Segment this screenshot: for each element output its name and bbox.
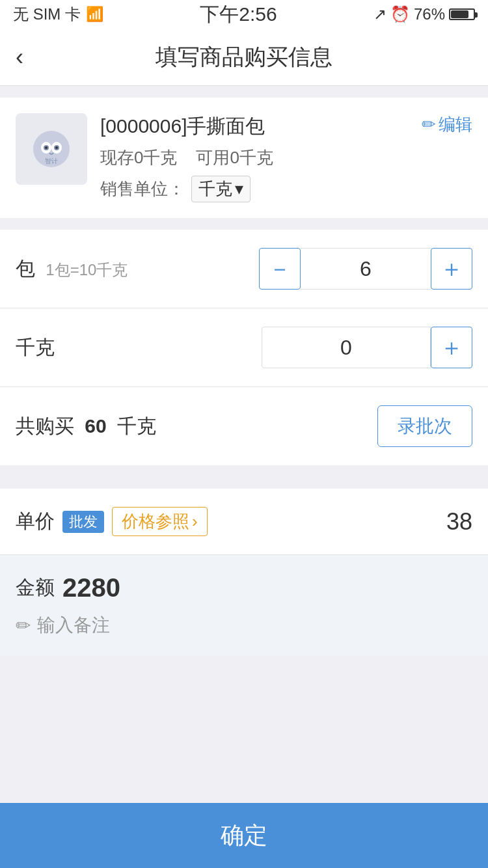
kg-controls: ＋ <box>262 327 472 368</box>
back-button[interactable]: ‹ <box>16 44 23 71</box>
bao-hint: 1包=10千克 <box>46 261 128 278</box>
total-text: 共购买 60 千克 <box>16 413 156 440</box>
product-stock: 现存0千克 可用0千克 <box>100 146 472 169</box>
svg-text:智计: 智计 <box>45 157 58 165</box>
alarm-icon: ⏰ <box>390 5 410 23</box>
product-unit: 销售单位： 千克 ▾ <box>100 176 472 202</box>
divider-1 <box>0 218 488 230</box>
price-ref-arrow-icon: › <box>192 511 198 532</box>
remark-placeholder[interactable]: 输入备注 <box>37 613 110 638</box>
confirm-text: 确定 <box>221 820 267 852</box>
location-icon: ↗ <box>373 5 386 23</box>
battery-icon <box>449 8 475 20</box>
bao-plus-button[interactable]: ＋ <box>431 248 472 290</box>
page-title: 填写商品购买信息 <box>156 42 332 72</box>
status-bar: 无 SIM 卡 📶 下午2:56 ↗ ⏰ 76% <box>0 0 488 29</box>
status-left: 无 SIM 卡 📶 <box>13 4 103 25</box>
kg-quantity-row: 千克 ＋ <box>0 308 488 387</box>
bao-input[interactable] <box>301 248 431 290</box>
total-amount: 60 <box>85 415 106 437</box>
unit-chevron-icon: ▾ <box>235 179 243 199</box>
amount-value: 2280 <box>62 573 120 603</box>
divider-2 <box>0 465 488 477</box>
nav-bar: ‹ 填写商品购买信息 <box>0 29 488 86</box>
bao-controls: － ＋ <box>259 248 472 290</box>
kg-plus-button[interactable]: ＋ <box>431 327 472 368</box>
product-card: 智计 [0000006]手撕面包 现存0千克 可用0千克 销售单位： 千克 ▾ … <box>0 98 488 218</box>
total-row: 共购买 60 千克 录批次 <box>0 387 488 465</box>
clock: 下午2:56 <box>200 1 277 28</box>
stock-current-value: 0千克 <box>134 148 177 167</box>
price-row: 单价 批发 价格参照 › 38 <box>16 507 472 536</box>
price-label: 单价 <box>16 508 55 535</box>
carrier-text: 无 SIM 卡 <box>13 4 81 25</box>
kg-label: 千克 <box>16 334 262 361</box>
blank-area <box>0 656 488 825</box>
amount-row: 金额 2280 <box>16 573 472 603</box>
status-right: ↗ ⏰ 76% <box>373 5 475 23</box>
stock-current-label: 现存 <box>100 148 134 167</box>
stock-available-value: 0千克 <box>230 148 273 167</box>
edit-button[interactable]: ✏ 编辑 <box>422 113 472 136</box>
price-ref-button[interactable]: 价格参照 › <box>112 507 208 536</box>
kg-input[interactable] <box>262 327 431 368</box>
bao-label: 包 1包=10千克 <box>16 256 259 282</box>
quantity-section: 包 1包=10千克 － ＋ 千克 ＋ <box>0 230 488 387</box>
product-name: [0000006]手撕面包 <box>100 113 472 140</box>
amount-section: 金额 2280 ✏ 输入备注 <box>0 554 488 656</box>
bao-minus-button[interactable]: － <box>259 248 301 290</box>
stock-available-label: 可用 <box>196 148 230 167</box>
amount-label: 金额 <box>16 575 55 601</box>
edit-icon: ✏ <box>422 115 436 135</box>
bao-quantity-row: 包 1包=10千克 － ＋ <box>0 230 488 308</box>
batch-tag: 批发 <box>62 511 104 533</box>
wifi-icon: 📶 <box>86 6 103 23</box>
battery-pct: 76% <box>414 5 445 23</box>
price-left: 单价 批发 价格参照 › <box>16 507 208 536</box>
product-logo-icon: 智计 <box>32 129 71 169</box>
unit-select[interactable]: 千克 ▾ <box>191 176 251 202</box>
svg-point-6 <box>55 146 58 149</box>
product-info: [0000006]手撕面包 现存0千克 可用0千克 销售单位： 千克 ▾ <box>100 113 472 202</box>
price-section: 单价 批发 价格参照 › 38 <box>0 489 488 554</box>
record-batch-button[interactable]: 录批次 <box>377 405 472 447</box>
confirm-bar[interactable]: 确定 <box>0 803 488 868</box>
product-image: 智计 <box>16 113 87 185</box>
price-value: 38 <box>446 508 472 536</box>
edit-remark-icon: ✏ <box>16 615 31 636</box>
remark-row[interactable]: ✏ 输入备注 <box>16 613 472 638</box>
svg-point-5 <box>45 146 47 149</box>
